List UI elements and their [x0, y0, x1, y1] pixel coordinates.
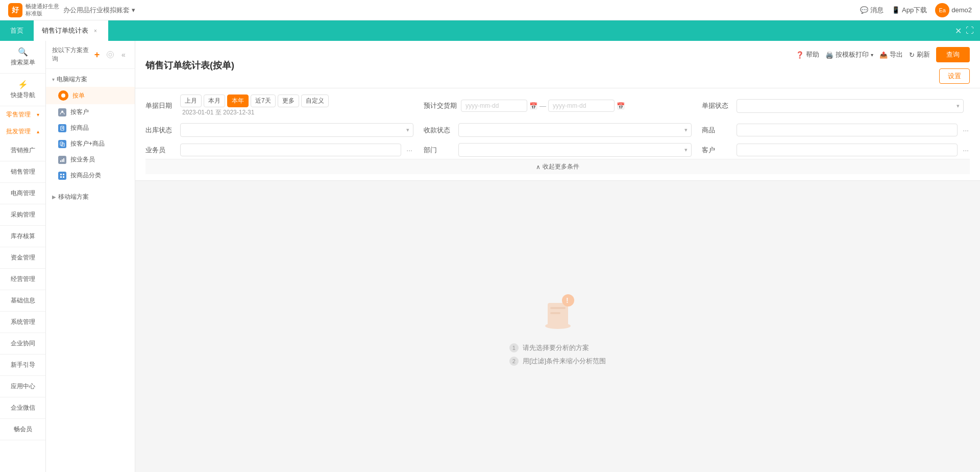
- page-actions: ❓ 帮助 🖨️ 按模板打印 ▾ 📤 导出: [796, 47, 970, 84]
- scheme-item-by-salesperson[interactable]: 按业务员: [46, 152, 135, 168]
- right-main: 销售订单统计表(按单) ❓ 帮助 🖨️ 按模板打印 ▾: [135, 41, 980, 472]
- message-button[interactable]: 💬 消息: [860, 6, 884, 15]
- ship-status-select[interactable]: [180, 123, 413, 137]
- department-select[interactable]: [458, 143, 692, 157]
- customer-dots[interactable]: ···: [962, 146, 970, 154]
- ship-status-label: 出库状态: [145, 126, 176, 135]
- scheme-group-mobile-title[interactable]: ▶ 移动端方案: [46, 190, 135, 204]
- sidebar-item-inventory[interactable]: 库存核算: [0, 226, 45, 247]
- avatar: Ea: [935, 3, 949, 17]
- help-icon: ❓: [796, 51, 804, 59]
- settings-button[interactable]: 设置: [939, 68, 970, 84]
- svg-rect-14: [60, 176, 62, 178]
- sidebar-item-ecommerce[interactable]: 电商管理: [0, 183, 45, 204]
- salesperson-dots[interactable]: ···: [405, 146, 413, 154]
- department-label: 部门: [424, 146, 454, 155]
- date-btn-this-year[interactable]: 本年: [227, 95, 249, 107]
- tab-active[interactable]: 销售订单统计表 ×: [34, 20, 108, 41]
- date-btn-more[interactable]: 更多: [278, 95, 299, 107]
- goods-input[interactable]: [737, 124, 958, 136]
- help-button[interactable]: ❓ 帮助: [796, 50, 819, 59]
- sidebar-item-member[interactable]: 畅会员: [0, 419, 45, 440]
- scheme-item-by-order[interactable]: 按单: [46, 87, 135, 104]
- tip-num-2: 2: [509, 357, 519, 366]
- scheme-item-by-customer[interactable]: 按客户: [46, 104, 135, 120]
- empty-tips: 1 请先选择要分析的方案 2 用[过滤]条件来缩小分析范围: [509, 343, 606, 366]
- collapse-icon: ∧: [536, 163, 541, 171]
- user-menu[interactable]: Ea demo2: [935, 3, 972, 17]
- scheme-item-by-goods[interactable]: 按商品: [46, 120, 135, 136]
- quicknav-icon: ⚡: [18, 80, 28, 89]
- panel-edit-button[interactable]: [105, 50, 115, 60]
- panel-collapse-button[interactable]: «: [118, 50, 129, 60]
- svg-rect-19: [550, 312, 560, 314]
- sidebar-item-retail[interactable]: 零售管理 ▾: [0, 106, 45, 123]
- date-btn-7days[interactable]: 近7天: [251, 95, 276, 107]
- customer-input[interactable]: [737, 144, 958, 156]
- payment-status-select-wrapper: [458, 123, 692, 137]
- customer-label: 客户: [702, 146, 732, 155]
- scheme-item-by-customer-goods[interactable]: 按客户+商品: [46, 136, 135, 152]
- print-icon: 🖨️: [825, 51, 834, 59]
- sidebar-item-finance[interactable]: 资金管理: [0, 247, 45, 269]
- date-btn-last-month[interactable]: 上月: [180, 95, 202, 107]
- svg-rect-9: [60, 160, 61, 162]
- page-header: 销售订单统计表(按单) ❓ 帮助 🖨️ 按模板打印 ▾: [135, 41, 980, 88]
- goods-dots[interactable]: ···: [962, 126, 970, 134]
- date-btn-custom[interactable]: 自定义: [301, 95, 329, 107]
- chevron-down-icon[interactable]: ▾: [132, 6, 135, 14]
- empty-tip-2: 2 用[过滤]条件来缩小分析范围: [509, 357, 606, 366]
- scheme-group-pc: ▾ 电脑端方案 按单 按客户: [46, 69, 135, 186]
- sidebar-item-basics[interactable]: 基础信息: [0, 290, 45, 312]
- sidebar-item-newbie[interactable]: 新手引导: [0, 355, 45, 376]
- sidebar: 🔍 搜索菜单 ⚡ 快捷导航 零售管理 ▾ 批发管理 ▴ 营销推广 销售管理 电商…: [0, 41, 46, 472]
- sidebar-item-search[interactable]: 🔍 搜索菜单: [0, 41, 45, 74]
- sidebar-item-enterprise[interactable]: 企业协同: [0, 333, 45, 355]
- payment-status-select[interactable]: [458, 123, 692, 137]
- salesperson-input[interactable]: [180, 144, 401, 156]
- refresh-button[interactable]: ↻ 刷新: [909, 50, 930, 59]
- panel-add-button[interactable]: +: [92, 50, 102, 60]
- expected-date-end[interactable]: [548, 100, 615, 112]
- salesperson-label: 业务员: [145, 146, 176, 155]
- print-arrow-icon: ▾: [871, 52, 873, 58]
- tab-close-all-button[interactable]: ✕: [955, 26, 962, 36]
- export-button[interactable]: 📤 导出: [879, 50, 903, 59]
- filter-expected-date: 预计交货期 📅 — 📅: [424, 95, 692, 117]
- sidebar-item-quicknav[interactable]: ⚡ 快捷导航: [0, 74, 45, 106]
- app-download-button[interactable]: 📱 App下载: [892, 6, 927, 15]
- empty-illustration: !: [535, 288, 581, 335]
- sidebar-item-wholesale[interactable]: 批发管理 ▴: [0, 123, 45, 140]
- query-button[interactable]: 查询: [936, 47, 970, 62]
- app-download-icon: 📱: [892, 6, 900, 14]
- sidebar-item-appcenter[interactable]: 应用中心: [0, 376, 45, 397]
- wholesale-arrow-icon: ▴: [37, 129, 39, 134]
- sidebar-item-sales[interactable]: 销售管理: [0, 161, 45, 183]
- scheme-item-by-category[interactable]: 按商品分类: [46, 168, 135, 183]
- date-btn-this-month[interactable]: 本月: [204, 95, 225, 107]
- collapse-filter-button[interactable]: ∧ 收起更多条件: [145, 159, 970, 174]
- tab-home[interactable]: 首页: [0, 20, 34, 41]
- filter-area: 单据日期 上月 本月 本年 近7天 更多 自定义 2023-01-01 至 20…: [135, 88, 980, 181]
- date-range-text: 2023-01-01 至 2023-12-31: [182, 108, 413, 117]
- expected-date-start[interactable]: [461, 100, 527, 112]
- svg-rect-13: [63, 174, 64, 175]
- scheme-group-mobile: ▶ 移动端方案: [46, 186, 135, 207]
- print-button[interactable]: 🖨️ 按模板打印 ▾: [825, 50, 873, 59]
- date-buttons: 上月 本月 本年 近7天 更多 自定义: [180, 95, 413, 107]
- scheme-group-pc-title[interactable]: ▾ 电脑端方案: [46, 72, 135, 87]
- sidebar-item-operations[interactable]: 经营管理: [0, 269, 45, 290]
- tab-expand-button[interactable]: ⛶: [966, 26, 974, 35]
- sidebar-item-wechat[interactable]: 企业微信: [0, 397, 45, 419]
- sidebar-item-marketing[interactable]: 营销推广: [0, 140, 45, 161]
- svg-point-0: [107, 52, 114, 58]
- bill-status-select[interactable]: [737, 99, 964, 113]
- tab-close-button[interactable]: ×: [91, 27, 100, 35]
- left-panel: 按以下方案查询 + « ▾ 电脑端方案 按: [46, 41, 135, 472]
- message-icon: 💬: [860, 6, 868, 14]
- filter-ship-status: 出库状态: [145, 123, 413, 137]
- payment-status-label: 收款状态: [424, 126, 454, 135]
- sidebar-item-system[interactable]: 系统管理: [0, 312, 45, 333]
- sidebar-item-purchase[interactable]: 采购管理: [0, 204, 45, 226]
- scheme-icon-by-customer: [58, 108, 66, 116]
